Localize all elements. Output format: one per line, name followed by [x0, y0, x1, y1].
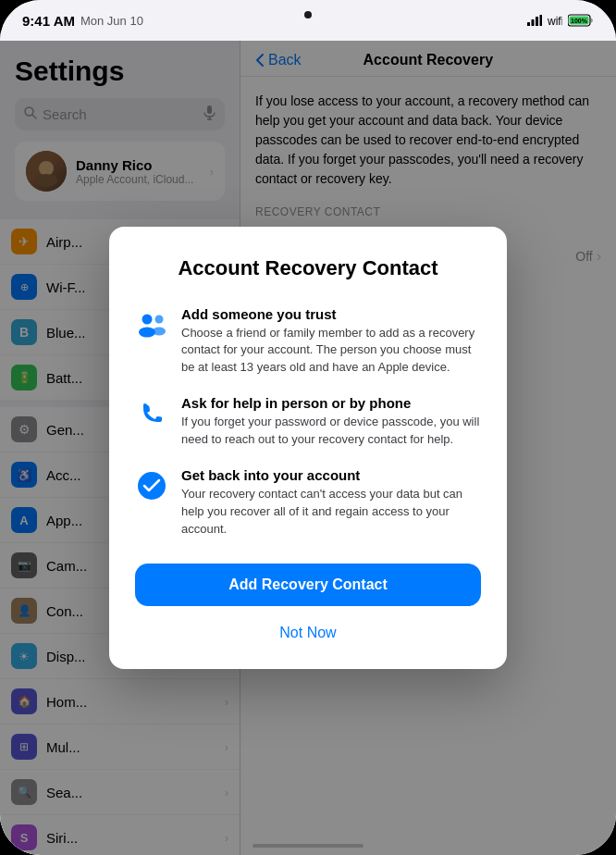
feature-desc-access: Your recovery contact can't access your … [181, 486, 481, 539]
status-right-icons: wifi 100% [527, 14, 594, 27]
battery-status-icon: 100% [568, 14, 594, 27]
feature-list: Add someone you trust Choose a friend or… [135, 306, 481, 539]
feature-heading-help: Ask for help in person or by phone [181, 395, 481, 411]
svg-point-22 [155, 315, 164, 323]
svg-text:100%: 100% [571, 18, 588, 24]
add-recovery-contact-button[interactable]: Add Recovery Contact [135, 564, 481, 606]
svg-rect-1 [532, 19, 535, 26]
signal-icon [527, 15, 542, 26]
feature-text-help: Ask for help in person or by phone If yo… [181, 395, 481, 449]
account-recovery-modal: Account Recovery Contact [109, 227, 507, 670]
feature-text-access: Get back into your account Your recovery… [181, 467, 481, 539]
svg-rect-3 [540, 15, 543, 26]
status-bar: 9:41 AM Mon Jun 10 wifi 100% [0, 0, 616, 41]
status-date: Mon Jun 10 [80, 14, 143, 28]
phone-icon [135, 397, 168, 430]
home-indicator [253, 844, 363, 848]
svg-text:wifi: wifi [548, 15, 562, 26]
svg-rect-0 [527, 22, 530, 26]
feature-desc-help: If you forget your password or device pa… [181, 414, 481, 449]
feature-text-trust: Add someone you trust Choose a friend or… [181, 306, 481, 378]
status-time: 9:41 AM [22, 13, 75, 29]
split-layout: Settings Search [0, 41, 616, 855]
front-camera-dot [304, 11, 312, 19]
modal-overlay: Account Recovery Contact [0, 41, 616, 855]
feature-desc-trust: Choose a friend or family member to add … [181, 325, 481, 378]
feature-heading-access: Get back into your account [181, 467, 481, 483]
wifi-icon: wifi [548, 15, 562, 26]
not-now-button[interactable]: Not Now [135, 619, 481, 647]
checkmark-circle-icon [135, 469, 168, 502]
svg-point-23 [153, 327, 166, 335]
modal-title: Account Recovery Contact [135, 256, 481, 280]
svg-point-24 [138, 472, 166, 500]
feature-item-help: Ask for help in person or by phone If yo… [135, 395, 481, 449]
people-icon [135, 308, 168, 341]
feature-heading-trust: Add someone you trust [181, 306, 481, 322]
feature-item-trust: Add someone you trust Choose a friend or… [135, 306, 481, 378]
svg-rect-2 [536, 17, 538, 26]
feature-item-access: Get back into your account Your recovery… [135, 467, 481, 539]
svg-point-20 [142, 314, 153, 324]
device-frame: 9:41 AM Mon Jun 10 wifi 100% [0, 0, 616, 855]
